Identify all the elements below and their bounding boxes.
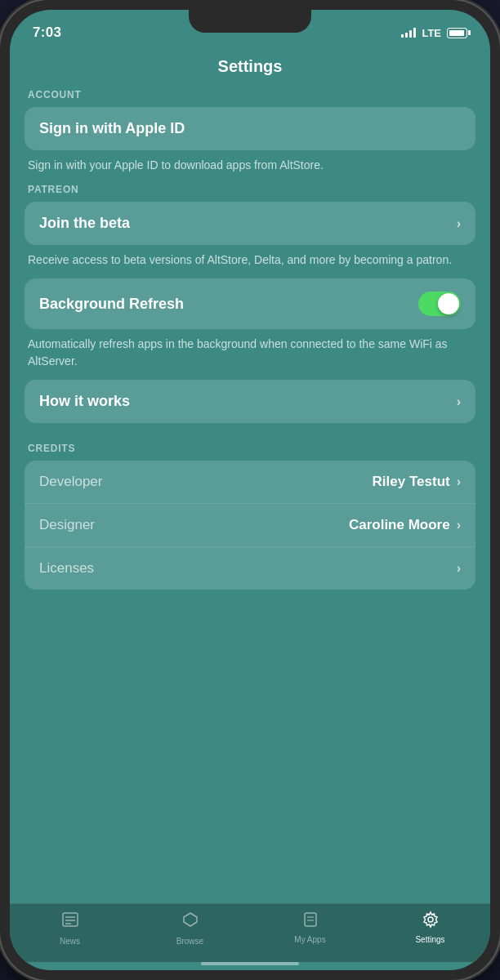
lte-icon: LTE [422,27,441,39]
how-it-works-chevron: › [457,394,461,409]
status-icons: LTE [401,27,467,39]
background-refresh-toggle[interactable] [418,292,461,316]
licenses-row[interactable]: Licenses › [25,546,475,590]
tab-settings-label: Settings [415,935,444,944]
licenses-chevron: › [457,561,461,576]
tab-bar: News Browse My Apps [10,903,490,962]
news-icon [61,911,79,933]
background-refresh-label: Background Refresh [39,296,184,313]
account-section: ACCOUNT Sign in with Apple ID Sign in wi… [10,89,490,177]
svg-rect-4 [305,913,316,926]
credits-section-label: CREDITS [25,443,475,454]
svg-point-7 [428,917,433,922]
developer-chevron: › [457,474,461,489]
how-it-works-section: How it works › [10,380,490,423]
developer-value: Riley Testut [373,474,450,490]
developer-value-container: Riley Testut › [373,474,461,490]
sign-in-button[interactable]: Sign in with Apple ID [25,107,475,150]
page-title: Settings [10,46,490,89]
designer-row[interactable]: Designer Caroline Moore › [25,503,475,546]
how-it-works-card: How it works › [25,380,475,423]
patreon-section: PATREON Join the beta › Receive access t… [10,184,490,272]
how-it-works-label: How it works [39,393,130,410]
sign-in-label: Sign in with Apple ID [39,120,185,137]
tab-news[interactable]: News [10,911,130,946]
myapps-icon [301,911,319,932]
account-section-label: ACCOUNT [25,89,475,100]
phone-frame: 7:03 LTE Settings ACCOUNT [0,0,500,980]
account-card: Sign in with Apple ID [25,107,475,150]
tab-myapps[interactable]: My Apps [250,911,370,946]
tab-myapps-label: My Apps [294,935,325,944]
battery-fill [449,30,464,36]
home-indicator [10,962,490,970]
patreon-section-label: PATREON [25,184,475,195]
credits-section: CREDITS Developer Riley Testut › Designe… [10,443,490,590]
background-refresh-card: Background Refresh [25,278,475,329]
signal-icon [401,28,416,38]
how-it-works-button[interactable]: How it works › [25,380,475,423]
battery-icon [447,28,467,38]
status-time: 7:03 [33,24,61,41]
join-beta-description: Receive access to beta versions of AltSt… [25,245,475,272]
licenses-label: Licenses [39,560,94,577]
settings-icon [422,911,440,932]
background-refresh-description: Automatically refresh apps in the backgr… [25,329,475,373]
tab-browse-label: Browse [176,937,203,946]
developer-label: Developer [39,474,103,490]
developer-row[interactable]: Developer Riley Testut › [25,461,475,503]
background-refresh-row: Background Refresh [25,278,475,329]
background-refresh-section: Background Refresh Automatically refresh… [10,278,490,373]
sign-in-description: Sign in with your Apple ID to download a… [25,150,475,177]
browse-icon [181,911,199,933]
tab-news-label: News [60,937,80,946]
notch [189,10,311,33]
join-beta-label: Join the beta [39,215,130,232]
home-bar [201,962,299,965]
patreon-card: Join the beta › [25,202,475,245]
designer-value-container: Caroline Moore › [349,517,461,533]
toggle-knob [438,293,459,314]
credits-card: Developer Riley Testut › Designer Caroli… [25,461,475,590]
join-beta-chevron: › [457,216,461,231]
designer-value: Caroline Moore [349,517,450,533]
designer-label: Designer [39,517,95,533]
settings-content: Settings ACCOUNT Sign in with Apple ID S… [10,46,490,903]
join-beta-button[interactable]: Join the beta › [25,202,475,245]
tab-settings[interactable]: Settings [370,911,490,946]
tab-browse[interactable]: Browse [130,911,250,946]
designer-chevron: › [457,518,461,532]
phone-screen: 7:03 LTE Settings ACCOUNT [10,10,490,970]
